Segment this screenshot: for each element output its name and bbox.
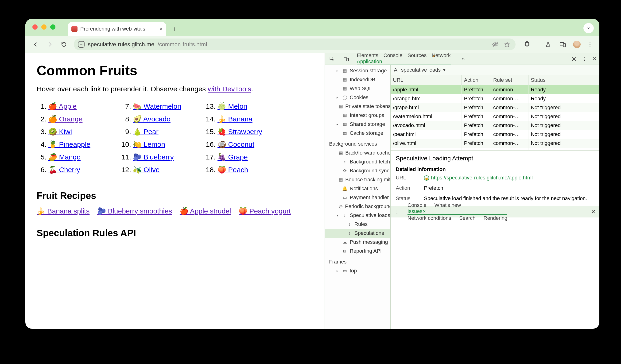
- fruit-link[interactable]: 🍒 Cherry: [48, 166, 80, 174]
- application-tree[interactable]: ▸▦Session storage▦IndexedDB▦Web SQL▸◯Coo…: [325, 65, 391, 329]
- close-window-button[interactable]: [33, 24, 37, 30]
- column-header[interactable]: Status: [528, 75, 599, 85]
- tree-row[interactable]: ▦Back/forward cache: [325, 148, 390, 157]
- tree-row[interactable]: ☁Push messaging: [325, 238, 390, 247]
- speculation-filter[interactable]: All speculative loads ▾: [391, 65, 599, 75]
- fruit-link[interactable]: 🍇 Grape: [218, 153, 248, 161]
- tree-row[interactable]: ▦Bounce tracking mitigations: [325, 175, 390, 184]
- fruit-link[interactable]: 🥑 Avocado: [133, 115, 171, 123]
- fruit-link[interactable]: 🍊 Orange: [48, 115, 83, 123]
- table-row[interactable]: /grape.htmlPrefetchcommon-…Not triggered: [391, 103, 599, 112]
- forward-button[interactable]: [46, 40, 54, 49]
- fruit-link[interactable]: 🍈 Melon: [218, 102, 247, 110]
- recipe-link[interactable]: 🍎 Apple strudel: [180, 207, 231, 215]
- fruit-link[interactable]: 🥥 Coconut: [218, 140, 254, 148]
- address-bar[interactable]: speculative-rules.glitch.me/common-fruit…: [74, 38, 516, 50]
- table-row[interactable]: /apple.htmlPrefetchcommon-…Ready: [391, 85, 599, 94]
- maximize-window-button[interactable]: [50, 24, 55, 30]
- drawer-tab-issues[interactable]: Issues ✕: [408, 208, 507, 215]
- fruit-link[interactable]: 🫐 Blueberry: [133, 153, 174, 161]
- svg-rect-6: [347, 58, 348, 61]
- devtools-tab-console[interactable]: Console: [383, 52, 403, 58]
- minimize-window-button[interactable]: [41, 24, 47, 30]
- devices-icon[interactable]: [558, 40, 567, 49]
- tree-row[interactable]: ↕Background fetch: [325, 157, 390, 166]
- column-header[interactable]: Action: [462, 75, 491, 85]
- fruit-link[interactable]: 🥝 Kiwi: [48, 127, 72, 136]
- browser-tab[interactable]: Prerendering with web-vitals: ×: [68, 22, 166, 36]
- table-row[interactable]: /orange.htmlPrefetchcommon-…Ready: [391, 94, 599, 103]
- drawer-tab-rendering[interactable]: Rendering: [483, 215, 508, 221]
- fruit-link[interactable]: 🍓 Strawberry: [218, 127, 262, 136]
- close-devtools-button[interactable]: ✕: [592, 56, 597, 62]
- gear-icon[interactable]: [571, 56, 577, 62]
- table-row[interactable]: /pear.htmlPrefetchcommon-…Not triggered: [391, 130, 599, 139]
- drawer-tab-search[interactable]: Search: [459, 215, 476, 221]
- inspect-element-icon[interactable]: [328, 55, 336, 63]
- fruit-link[interactable]: 🍌 Banana: [218, 115, 253, 123]
- table-row[interactable]: /avocado.htmlPrefetchcommon-…Not trigger…: [391, 121, 599, 130]
- chrome-menu-button[interactable]: ⋮: [587, 40, 593, 48]
- detail-action-value: Prefetch: [424, 185, 594, 191]
- fruit-link[interactable]: 🫒 Olive: [133, 166, 160, 174]
- tree-row[interactable]: ▸▭top: [325, 266, 390, 275]
- recipe-link[interactable]: 🍑 Peach yogurt: [239, 207, 291, 215]
- drawer-tab-console[interactable]: Console: [408, 202, 427, 208]
- star-bookmark-icon[interactable]: [503, 40, 511, 49]
- tree-row[interactable]: ▦IndexedDB: [325, 75, 390, 84]
- tree-row[interactable]: ▦Interest groups: [325, 111, 390, 120]
- drawer-tab-network-conditions[interactable]: Network conditions: [408, 215, 451, 221]
- incognito-eye-icon[interactable]: [491, 40, 500, 49]
- tree-row[interactable]: ▭Payment handler: [325, 193, 390, 202]
- site-info-icon[interactable]: [78, 41, 85, 48]
- labs-icon[interactable]: [544, 40, 552, 49]
- tree-row[interactable]: ⟳Background sync: [325, 166, 390, 175]
- devtools-tab-network[interactable]: Network: [432, 52, 451, 58]
- reload-button[interactable]: [60, 40, 68, 49]
- close-drawer-button[interactable]: ✕: [591, 208, 596, 215]
- table-row[interactable]: /olive.htmlPrefetchcommon-…Not triggered: [391, 139, 599, 148]
- tab-title: Prerendering with web-vitals:: [80, 26, 157, 32]
- fruit-link[interactable]: 🍐 Pear: [133, 127, 158, 136]
- tree-row[interactable]: ↕Rules: [325, 220, 390, 229]
- devtools-tab-sources[interactable]: Sources: [408, 52, 427, 58]
- tree-row[interactable]: ▸◯Cookies: [325, 93, 390, 102]
- profile-avatar[interactable]: [573, 41, 581, 48]
- tree-row[interactable]: ▾↕Speculative loads: [325, 211, 390, 220]
- devtools-tab-elements[interactable]: Elements: [357, 52, 378, 58]
- fruit-link[interactable]: 🥭 Mango: [48, 153, 81, 161]
- kebab-icon[interactable]: ⋮: [394, 209, 399, 215]
- devtools-more-tabs[interactable]: »: [462, 56, 465, 62]
- back-button[interactable]: [32, 40, 40, 49]
- fruit-link[interactable]: 🍉 Watermelon: [133, 102, 181, 110]
- tree-row[interactable]: 🔔Notifications: [325, 184, 390, 193]
- tree-row[interactable]: ▦Private state tokens: [325, 102, 390, 111]
- tree-row[interactable]: ▦Cache storage: [325, 129, 390, 138]
- detail-url-link[interactable]: https://speculative-rules.glitch.me/appl…: [431, 175, 533, 181]
- kebab-icon[interactable]: ⋮: [582, 56, 587, 62]
- tree-row[interactable]: ◷Periodic background sync: [325, 202, 390, 211]
- with-devtools-link[interactable]: with DevTools: [208, 85, 251, 93]
- tree-row[interactable]: 🗎Reporting API: [325, 247, 390, 256]
- fruit-link[interactable]: 🍑 Peach: [218, 166, 248, 174]
- tab-overflow-button[interactable]: [584, 23, 594, 33]
- device-toolbar-icon[interactable]: [342, 55, 351, 63]
- close-tab-button[interactable]: ×: [159, 26, 163, 32]
- fruit-link[interactable]: 🍋 Lemon: [133, 140, 165, 148]
- recipe-link[interactable]: 🍌 Banana splits: [37, 207, 89, 215]
- tree-row[interactable]: ▸▦Session storage: [325, 66, 390, 75]
- new-tab-button[interactable]: +: [168, 22, 181, 36]
- tree-row[interactable]: ▦Web SQL: [325, 84, 390, 93]
- table-row[interactable]: /watermelon.htmlPrefetchcommon-…Not trig…: [391, 112, 599, 121]
- recipe-link[interactable]: 🫐 Blueberry smoothies: [97, 207, 172, 215]
- drawer-tab-what-s-new[interactable]: What's new: [434, 202, 461, 208]
- table-row[interactable]: /blueberry.htmlPrefetchcommon-…Not trigg…: [391, 148, 599, 150]
- fruit-link[interactable]: 🍍 Pineapple: [48, 140, 90, 148]
- column-header[interactable]: URL: [391, 75, 462, 85]
- tree-row[interactable]: ↕Speculations: [325, 229, 390, 238]
- extensions-icon[interactable]: [523, 40, 532, 49]
- devtools-tab-application[interactable]: Application: [357, 58, 451, 65]
- fruit-link[interactable]: 🍎 Apple: [48, 102, 77, 110]
- tree-row[interactable]: ▸▦Shared storage: [325, 120, 390, 129]
- column-header[interactable]: Rule set: [491, 75, 528, 85]
